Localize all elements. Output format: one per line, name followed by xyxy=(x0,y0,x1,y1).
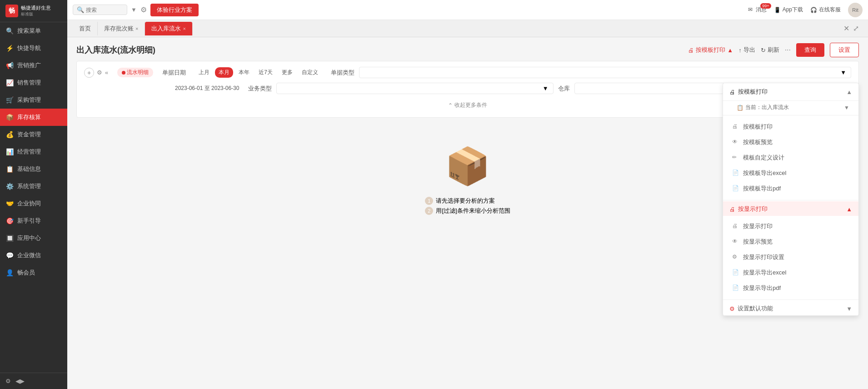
current-item: 📋 当前：出入库流水 ▼ xyxy=(723,101,858,114)
panel-top-actions: ▲ xyxy=(846,89,852,95)
query-btn[interactable]: 查询 xyxy=(796,43,824,57)
default-func-chevron: ▼ xyxy=(846,305,852,312)
date-7days[interactable]: 近7天 xyxy=(255,67,276,78)
display-preview-item[interactable]: 👁 按显示预览 xyxy=(723,234,858,249)
sidebar-item-finance[interactable]: 💰 资金管理 xyxy=(0,126,67,143)
logo-icon: 畅 xyxy=(5,5,18,17)
page-actions: 🖨 按模板打印 ▲ ↑ 导出 ↻ 刷新 ··· 查询 设置 xyxy=(688,43,859,57)
tab-home[interactable]: 首页 xyxy=(73,22,98,35)
window-close-btn[interactable]: ✕ xyxy=(843,24,849,33)
sidebar-item-operation[interactable]: 📊 经营管理 xyxy=(0,143,67,160)
display-print-item[interactable]: 🖨 按显示打印 xyxy=(723,219,858,234)
display-print-settings-item[interactable]: ⚙ 按显示打印设置 xyxy=(723,249,858,265)
app-download-btn[interactable]: 📱 App下载 xyxy=(774,6,803,14)
template-print-item[interactable]: 🖨 按模板打印 xyxy=(723,119,858,135)
filter-add-btn[interactable]: + xyxy=(84,68,94,78)
type-select[interactable]: ▼ xyxy=(359,67,851,78)
filter-settings-icon[interactable]: ⚙ xyxy=(97,69,102,76)
sidebar-item-wechat[interactable]: 💬 企业微信 xyxy=(0,247,67,264)
template-preview-item[interactable]: 👁 按模板预览 xyxy=(723,135,858,150)
sidebar-item-guide[interactable]: 🎯 新手引导 xyxy=(0,212,67,229)
sidebar-item-purchase[interactable]: 🛒 采购管理 xyxy=(0,91,67,109)
window-expand-btn[interactable]: ⤢ xyxy=(853,24,859,33)
search-icon: 🔍 xyxy=(5,27,14,35)
sidebar-item-corp[interactable]: 🤝 企业协同 xyxy=(0,195,67,212)
date-this-month[interactable]: 本月 xyxy=(215,67,233,78)
divider-3 xyxy=(723,299,858,300)
topbar: 🔍 ▼ ⚙ 体验行业方案 ✉ 99+ 消息 📱 App下载 🎧 在线客服 Ri xyxy=(67,0,868,20)
display-settings-icon: ⚙ xyxy=(732,254,739,261)
filter-scheme-tag[interactable]: 流水明细 xyxy=(117,68,153,77)
app-download-label: App下载 xyxy=(783,6,803,14)
marketing-icon: 📢 xyxy=(5,62,14,69)
display-print-icon: 🖨 xyxy=(732,223,739,230)
date-more[interactable]: 更多 xyxy=(278,67,296,78)
tab-batch-account-close[interactable]: × xyxy=(135,26,138,31)
purchase-icon: 🛒 xyxy=(5,96,14,104)
template-pdf-item[interactable]: 📄 按模板导出pdf xyxy=(723,181,858,196)
footer-settings-btn[interactable]: ⚙ xyxy=(5,378,11,384)
template-excel-label: 按模板导出excel xyxy=(743,169,786,177)
date-last-month[interactable]: 上月 xyxy=(195,67,213,78)
tab-batch-account[interactable]: 库存批次账 × xyxy=(98,22,145,35)
sidebar-item-sales[interactable]: 📈 销售管理 xyxy=(0,74,67,91)
sidebar-inventory-label: 库存核算 xyxy=(17,113,41,121)
refresh-btn[interactable]: ↻ 刷新 xyxy=(761,46,779,54)
phone-icon: 📱 xyxy=(774,7,781,13)
sidebar-item-quick-nav[interactable]: ⚡ 快捷导航 xyxy=(0,40,67,57)
sidebar-item-app-center[interactable]: 🔲 应用中心 xyxy=(0,229,67,247)
template-custom-icon: ✏ xyxy=(732,154,739,161)
app-edition: 标准版 xyxy=(21,11,51,17)
template-excel-item[interactable]: 📄 按模板导出excel xyxy=(723,165,858,181)
panel-title-label: 按模板打印 xyxy=(738,88,768,96)
guide-icon: 🎯 xyxy=(5,217,14,224)
online-service-btn[interactable]: 🎧 在线客服 xyxy=(810,6,841,14)
type-label: 单据类型 xyxy=(331,69,354,77)
filter-row-1: + ⚙ « 流水明细 单据日期 上月 本月 本年 近7天 更多 自定义 xyxy=(84,67,851,78)
search-input[interactable] xyxy=(86,7,122,13)
date-custom[interactable]: 自定义 xyxy=(298,67,322,78)
sidebar-item-system[interactable]: ⚙️ 系统管理 xyxy=(0,178,67,195)
sidebar-item-marketing[interactable]: 📢 营销推广 xyxy=(0,57,67,74)
scheme-dot xyxy=(122,71,125,75)
footer-collapse-btn[interactable]: ◀▶ xyxy=(15,378,25,384)
default-func-header[interactable]: ⚙ 设置默认功能 ▼ xyxy=(723,301,858,315)
filter-collapse-icon[interactable]: « xyxy=(105,69,108,76)
page-header: 出入库流水(流水明细) 🖨 按模板打印 ▲ ↑ 导出 ↻ 刷新 ··· 查询 设… xyxy=(67,37,868,61)
sidebar-item-inventory[interactable]: 📦 库存核算 xyxy=(0,109,67,126)
sidebar-item-basic-info[interactable]: 📋 基础信息 xyxy=(0,160,67,178)
empty-tip-1: 1 请先选择要分析的方案 xyxy=(425,197,510,205)
display-print-label: 按显示打印 xyxy=(743,222,773,230)
template-custom-item[interactable]: ✏ 模板自定义设计 xyxy=(723,150,858,165)
print-template-btn[interactable]: 🖨 按模板打印 ▲ xyxy=(688,46,733,54)
export-btn[interactable]: ↑ 导出 xyxy=(738,46,755,54)
sidebar-item-member[interactable]: 👤 畅会员 xyxy=(0,264,67,281)
wechat-icon: 💬 xyxy=(5,252,14,259)
business-type-select[interactable]: ▼ xyxy=(276,83,553,94)
topbar-left: 🔍 ▼ ⚙ 体验行业方案 xyxy=(73,4,743,16)
display-pdf-item[interactable]: 📄 按显示导出pdf xyxy=(723,280,858,296)
panel-collapse-icon[interactable]: ▲ xyxy=(846,89,852,95)
topbar-search[interactable]: 🔍 xyxy=(73,5,127,15)
template-custom-label: 模板自定义设计 xyxy=(743,154,784,162)
empty-tip-2: 2 用[过滤]条件来缩小分析范围 xyxy=(425,207,510,215)
app-logo: 畅 畅捷通好生意 标准版 xyxy=(0,0,67,22)
industry-btn[interactable]: 体验行业方案 xyxy=(150,4,199,16)
display-print-header-label: 按显示打印 xyxy=(738,205,768,213)
date-this-year[interactable]: 本年 xyxy=(235,67,253,78)
display-preview-icon: 👁 xyxy=(732,238,739,245)
set-btn[interactable]: 设置 xyxy=(830,43,859,57)
display-excel-item[interactable]: 📄 按显示导出excel xyxy=(723,265,858,280)
more-actions-btn[interactable]: ··· xyxy=(785,46,791,54)
settings-icon[interactable]: ⚙ xyxy=(140,5,147,14)
tab-flow-close[interactable]: × xyxy=(183,26,185,31)
sidebar-corp-label: 企业协同 xyxy=(17,199,41,208)
sidebar-item-search[interactable]: 🔍 搜索菜单 xyxy=(0,22,67,40)
user-avatar[interactable]: Rit xyxy=(848,3,863,17)
dropdown-icon[interactable]: ▼ xyxy=(131,6,137,13)
tab-flow[interactable]: 出入库流水 × xyxy=(145,22,192,35)
display-print-header[interactable]: 🖨 按显示打印 ▲ xyxy=(723,201,858,216)
collapse-label: 收起更多条件 xyxy=(454,101,487,109)
sales-icon: 📈 xyxy=(5,79,14,86)
message-btn[interactable]: ✉ 99+ 消息 xyxy=(748,6,767,14)
